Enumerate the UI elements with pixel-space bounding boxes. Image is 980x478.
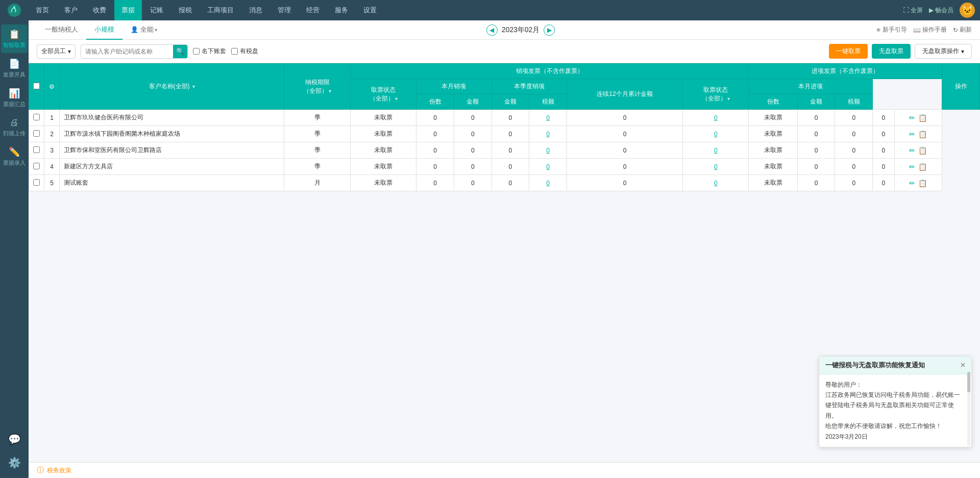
table-row: 2 卫辉市汲水镇下园阁香阁菌木种植家庭农场 季 未取票 0 0 0 0 0 0 … (29, 126, 980, 142)
fullscreen-btn[interactable]: ⛶ 全屏 (903, 6, 923, 15)
tab-all[interactable]: 👤 全能 ▾ (122, 20, 165, 40)
edit-icon-3[interactable]: ✏ (909, 163, 915, 171)
next-month-btn[interactable]: ▶ (544, 24, 555, 36)
edit-icon-2[interactable]: ✏ (909, 146, 915, 155)
sidebar-item-enter[interactable]: ✏️ 票据录入 (1, 142, 28, 171)
row-period-3: 季 (284, 159, 350, 175)
diskless-btn[interactable]: 无盘取票 (872, 44, 911, 59)
edit-icon-0[interactable]: ✏ (909, 114, 915, 122)
table-row: 3 卫辉市保和堂医药有限公司卫辉路店 季 未取票 0 0 0 0 0 0 未取票… (29, 142, 980, 159)
column-settings-icon[interactable]: ⚙ (49, 83, 55, 90)
edit-icon-1[interactable]: ✏ (909, 130, 915, 138)
nav-home[interactable]: 首页 (29, 0, 56, 20)
nav-commerce[interactable]: 工商项目 (200, 0, 241, 20)
svg-point-0 (8, 4, 21, 17)
view-icon-1[interactable]: 📋 (918, 130, 927, 138)
nav-fee[interactable]: 收费 (86, 0, 113, 20)
popup-close-btn[interactable]: × (961, 361, 965, 370)
sale-quarter-header: 本季度销项 (492, 79, 567, 94)
guide-link[interactable]: ✳ 新手引导 (876, 26, 907, 34)
prev-month-btn[interactable]: ◀ (486, 24, 498, 36)
row-purchase-month-count-3: 0 (797, 159, 835, 175)
one-click-btn[interactable]: 一键取票 (829, 44, 868, 59)
row-checkbox-0[interactable] (33, 114, 40, 120)
nav-settings[interactable]: 设置 (356, 0, 384, 20)
row-purchase-month-count-0: 0 (797, 110, 835, 126)
nav-accounting[interactable]: 记账 (143, 0, 170, 20)
row-checkbox-2[interactable] (33, 146, 40, 153)
row-sale-month-amount-2: 0 (454, 142, 492, 159)
sidebar-item-summary[interactable]: 📊 票据汇总 (1, 84, 28, 112)
search-button[interactable]: 🔍 (173, 44, 187, 59)
employee-filter[interactable]: 全部员工 ▾ (37, 44, 76, 59)
table-row: 4 新建区方方文具店 季 未取票 0 0 0 0 0 0 未取票 0 0 0 ✏… (29, 159, 980, 175)
row-sale-quarter-tax-0: 0 (567, 110, 682, 126)
scrollbar-track (967, 372, 970, 446)
view-icon-0[interactable]: 📋 (918, 114, 927, 122)
row-actions-4: ✏ 📋 (894, 175, 942, 191)
row-sale-month-amount-3: 0 (454, 159, 492, 175)
view-icon-3[interactable]: 📋 (918, 163, 927, 171)
popup-title: 一键报税与无盘取票功能恢复通知 (825, 361, 925, 370)
row-purchase-month-amount-1: 0 (835, 126, 873, 142)
tab-general-taxpayer[interactable]: 一般纳税人 (37, 20, 86, 40)
config-icon: ⚙️ (8, 457, 21, 469)
nav-invoice[interactable]: 票据 (114, 0, 142, 20)
own-account-filter[interactable]: 名下账套 (193, 47, 226, 56)
sidebar-config[interactable]: ⚙️ (1, 452, 28, 473)
filter-icon3[interactable]: ▾ (395, 96, 398, 102)
filter-icon[interactable]: ▾ (192, 84, 195, 89)
nav-tax[interactable]: 报税 (172, 0, 199, 20)
popup-header: 一键报税与无盘取票功能恢复通知 × (819, 357, 971, 374)
row-customer-name-4: 测试账套 (60, 175, 284, 191)
view-icon-2[interactable]: 📋 (918, 146, 927, 155)
row-actions-1: ✏ 📋 (894, 126, 942, 142)
row-sale-month-tax-0: 0 (492, 110, 529, 126)
diskless-action-btn[interactable]: 无盘取票操作 ▾ (915, 44, 972, 59)
row-checkbox-3[interactable] (33, 163, 40, 169)
user-avatar[interactable]: 🐱 (960, 3, 975, 18)
row-purchase-month-count-2: 0 (797, 142, 835, 159)
user-icon: 👤 (131, 26, 138, 33)
edit-icon-4[interactable]: ✏ (909, 179, 915, 187)
row-purchase-month-count-1: 0 (797, 126, 835, 142)
row-checkbox-4[interactable] (33, 179, 40, 186)
manual-link[interactable]: 📖 操作手册 (913, 26, 947, 34)
sidebar-item-scan[interactable]: 🖨 扫描上传 (1, 113, 28, 141)
nav-manage[interactable]: 管理 (271, 0, 298, 20)
app-logo[interactable] (5, 1, 23, 19)
row-checkbox-cell (29, 159, 44, 175)
filter-icon2[interactable]: ▾ (329, 88, 331, 94)
nav-customer[interactable]: 客户 (57, 0, 85, 20)
guide-icon: ✳ (876, 27, 881, 34)
row-sale-month-count-3: 0 (416, 159, 454, 175)
nav-operation[interactable]: 经营 (299, 0, 327, 20)
view-icon-4[interactable]: 📋 (918, 179, 927, 187)
row-sale-month-count-4: 0 (416, 175, 454, 191)
own-account-checkbox[interactable] (193, 48, 200, 55)
scrollbar-thumb (967, 372, 970, 392)
tax-disk-filter[interactable]: 有税盘 (231, 47, 258, 56)
nav-service[interactable]: 服务 (328, 0, 355, 20)
filter-icon4[interactable]: ▾ (727, 96, 730, 102)
tab-small-scale[interactable]: 小规模 (86, 20, 122, 40)
nav-message[interactable]: 消息 (242, 0, 270, 20)
refresh-link[interactable]: ↻ 刷新 (953, 26, 972, 34)
nav-menu: 首页 客户 收费 票据 记账 报税 工商项目 消息 管理 经营 服务 设置 (29, 0, 903, 20)
tax-disk-checkbox[interactable] (231, 48, 238, 55)
member-btn[interactable]: ▶ 畅会员 (929, 6, 953, 15)
enter-icon: ✏️ (9, 146, 20, 158)
row-purchase-status-4: 未取票 (749, 175, 797, 191)
tax-policy-link[interactable]: 税务政策 (47, 466, 71, 475)
row-sale-month-count-1: 0 (416, 126, 454, 142)
row-sale-quarter-amount-2: 0 (529, 142, 567, 159)
row-checkbox-1[interactable] (33, 130, 40, 137)
row-sale-12m-1: 0 (683, 126, 749, 142)
row-checkbox-cell (29, 142, 44, 159)
search-input[interactable] (81, 48, 173, 55)
row-number-0: 1 (44, 110, 60, 126)
sidebar-item-issue-invoice[interactable]: 📄 发票开具 (1, 54, 28, 83)
sidebar-item-smart-ticket[interactable]: 📋 智能取票 (1, 24, 28, 53)
sidebar-chat[interactable]: 💬 (1, 429, 28, 449)
select-all-checkbox[interactable] (33, 83, 40, 89)
